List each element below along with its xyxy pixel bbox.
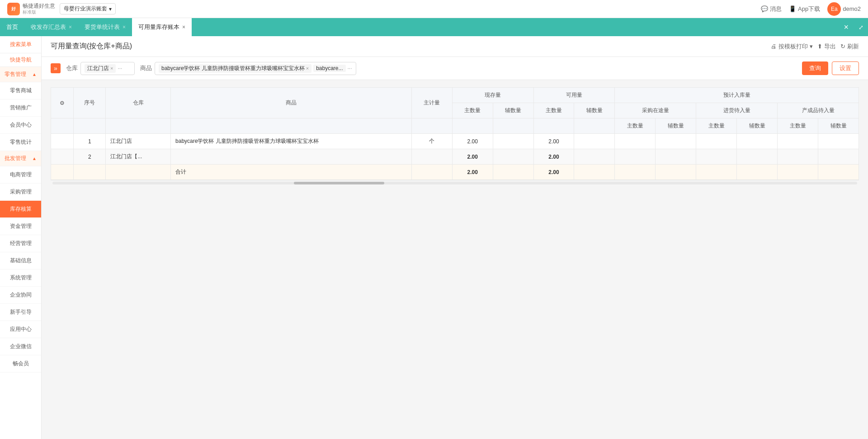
tab-order-stats[interactable]: 要货单统计表 × [78, 18, 132, 36]
industry-selector[interactable]: 母婴行业演示账套 ▾ [60, 3, 116, 14]
sidebar-item-guide[interactable]: 新手引导 [0, 304, 41, 321]
tab-receivables-summary[interactable]: 收发存汇总表 × [24, 18, 78, 36]
scroll-thumb[interactable] [294, 182, 384, 184]
nav-tabs: 首页 收发存汇总表 × 要货单统计表 × 可用量库存账本 × × ⤢ [0, 18, 868, 36]
cell-gear [51, 134, 74, 149]
brand-name: 畅捷通好生意 标准版 [23, 3, 55, 14]
cell-pp-main-2 [696, 149, 737, 165]
sidebar-section-retail[interactable]: 零售管理 ▲ [0, 67, 41, 82]
th-available-aux: 辅数量 [574, 103, 615, 118]
cell-available-aux-1 [574, 134, 615, 149]
chevron-down-icon: ▾ [109, 6, 112, 12]
sidebar: 搜索菜单 快捷导航 零售管理 ▲ 零售商城 营销推广 会员中心 零售统计 批发管… [0, 36, 42, 439]
user-avatar[interactable]: Ea demo2 [827, 2, 861, 16]
refresh-button[interactable]: ↻ 刷新 [840, 42, 859, 51]
th-purchase-transit-main: 主数量 [615, 118, 656, 134]
print-icon: 🖨 [771, 43, 777, 50]
warehouse-more[interactable]: ··· [118, 65, 122, 71]
table-row: 2 江北门店【... 2.00 2.00 [51, 149, 859, 165]
sidebar-item-wechat[interactable]: 企业微信 [0, 338, 41, 355]
filter-actions: 查询 设置 [802, 61, 859, 75]
cell-no-2: 2 [74, 149, 106, 165]
th-production-pending-aux: 辅数量 [818, 118, 859, 134]
close-all-tabs[interactable]: × [838, 23, 854, 32]
warehouse-input[interactable]: 江北门店 × ··· [80, 62, 135, 75]
query-button[interactable]: 查询 [802, 61, 828, 75]
cell-prod-aux-1 [818, 134, 859, 149]
settings-button[interactable]: 设置 [832, 61, 859, 75]
filter-toggle-button[interactable]: » [51, 63, 61, 73]
cell-pt-aux-2 [656, 149, 696, 165]
warehouse-label: 仓库 [66, 64, 78, 72]
message-button[interactable]: 💬 消息 [761, 5, 782, 13]
data-table: ⚙ 序号 仓库 商品 主计量 现存量 可用量 预计入库量 主数量 辅数量 主数量… [51, 87, 859, 180]
sidebar-item-ecommerce[interactable]: 电商管理 [0, 166, 41, 184]
th-production-pending-main: 主数量 [778, 118, 818, 134]
warehouse-tag: 江北门店 × [85, 64, 116, 73]
main-layout: 搜索菜单 快捷导航 零售管理 ▲ 零售商城 营销推广 会员中心 零售统计 批发管… [0, 36, 868, 439]
sidebar-item-operations[interactable]: 经营管理 [0, 235, 41, 252]
app-download-button[interactable]: 📱 App下载 [789, 5, 820, 13]
top-bar-left: 好 畅捷通好生意 标准版 母婴行业演示账套 ▾ [7, 3, 116, 15]
th-available: 可用量 [533, 88, 615, 103]
cell-pp-aux-2 [737, 149, 778, 165]
cell-product-2 [171, 149, 412, 165]
sidebar-item-retail-stats[interactable]: 零售统计 [0, 134, 41, 151]
close-tab-available-inventory[interactable]: × [182, 24, 185, 30]
cell-gear-2 [51, 149, 74, 165]
sidebar-item-marketing[interactable]: 营销推广 [0, 99, 41, 117]
top-bar: 好 畅捷通好生意 标准版 母婴行业演示账套 ▾ 💬 消息 📱 App下载 Ea … [0, 0, 868, 18]
cell-warehouse-2: 江北门店【... [106, 149, 171, 165]
footer-label: 合计 [171, 165, 412, 180]
scroll-track [52, 182, 857, 184]
tab-available-inventory[interactable]: 可用量库存账本 × [132, 18, 192, 36]
th-gear[interactable]: ⚙ [51, 88, 74, 118]
sidebar-search[interactable]: 搜索菜单 [0, 36, 41, 53]
sidebar-item-system[interactable]: 系统管理 [0, 269, 41, 287]
sidebar-item-inventory[interactable]: 库存核算 [0, 201, 41, 218]
remove-warehouse-tag[interactable]: × [110, 66, 113, 71]
cell-current-aux-1 [493, 134, 533, 149]
product-tag-2: babycare... [313, 65, 345, 72]
remove-product-tag[interactable]: × [306, 66, 309, 71]
product-filter: 商品 babycare学饮杯 儿童防摔防撞吸管杯重力球吸嘴杯宝宝水杯 × bab… [140, 62, 356, 75]
print-button[interactable]: 🖨 按模板打印 ▾ [771, 42, 813, 51]
close-tab-receivables[interactable]: × [69, 24, 72, 30]
sidebar-item-basic-info[interactable]: 基础信息 [0, 252, 41, 269]
expand-tabs[interactable]: ⤢ [854, 24, 868, 31]
th-product: 商品 [171, 88, 412, 118]
th-production-pending: 产成品待入量 [778, 103, 859, 118]
close-tab-order-stats[interactable]: × [123, 24, 126, 30]
message-icon: 💬 [761, 5, 768, 12]
cell-pp-aux-1 [737, 134, 778, 149]
product-input[interactable]: babycare学饮杯 儿童防摔防撞吸管杯重力球吸嘴杯宝宝水杯 × babyca… [155, 62, 356, 75]
th-purchase-pending: 进货待入量 [696, 103, 778, 118]
sidebar-section-wholesale[interactable]: 批发管理 ▲ [0, 151, 41, 166]
sidebar-item-retail-mall[interactable]: 零售商城 [0, 82, 41, 99]
table-row: 1 江北门店 babycare学饮杯 儿童防摔防撞吸管杯重力球吸嘴杯宝宝水杯 个… [51, 134, 859, 149]
sidebar-item-members[interactable]: 会员中心 [0, 117, 41, 134]
sidebar-item-collab[interactable]: 企业协同 [0, 287, 41, 304]
sidebar-item-member-plus[interactable]: 畅会员 [0, 355, 41, 373]
cell-pp-main-1 [696, 134, 737, 149]
product-more[interactable]: ··· [348, 65, 352, 71]
sidebar-item-app-center[interactable]: 应用中心 [0, 321, 41, 338]
sidebar-item-purchasing[interactable]: 采购管理 [0, 184, 41, 201]
cell-no-1: 1 [74, 134, 106, 149]
cell-product-1: babycare学饮杯 儿童防摔防撞吸管杯重力球吸嘴杯宝宝水杯 [171, 134, 412, 149]
cell-unit-2 [411, 149, 452, 165]
horizontal-scrollbar[interactable] [51, 180, 859, 185]
tab-home[interactable]: 首页 [0, 18, 24, 36]
cell-current-main-2: 2.00 [452, 149, 493, 165]
sidebar-quick-nav[interactable]: 快捷导航 [0, 53, 41, 67]
cell-pt-main-1 [615, 134, 656, 149]
sidebar-item-finance[interactable]: 资金管理 [0, 218, 41, 235]
cell-current-main-1: 2.00 [452, 134, 493, 149]
th-purchase-pending-aux: 辅数量 [737, 118, 778, 134]
filter-bar: » 仓库 江北门店 × ··· 商品 babycare学饮杯 儿童防摔防撞吸管杯… [42, 57, 868, 80]
cell-pt-main-2 [615, 149, 656, 165]
footer-row: 合计 2.00 2.00 [51, 165, 859, 180]
export-button[interactable]: ⬆ 导出 [817, 42, 836, 51]
cell-available-aux-2 [574, 149, 615, 165]
cell-warehouse-1: 江北门店 [106, 134, 171, 149]
